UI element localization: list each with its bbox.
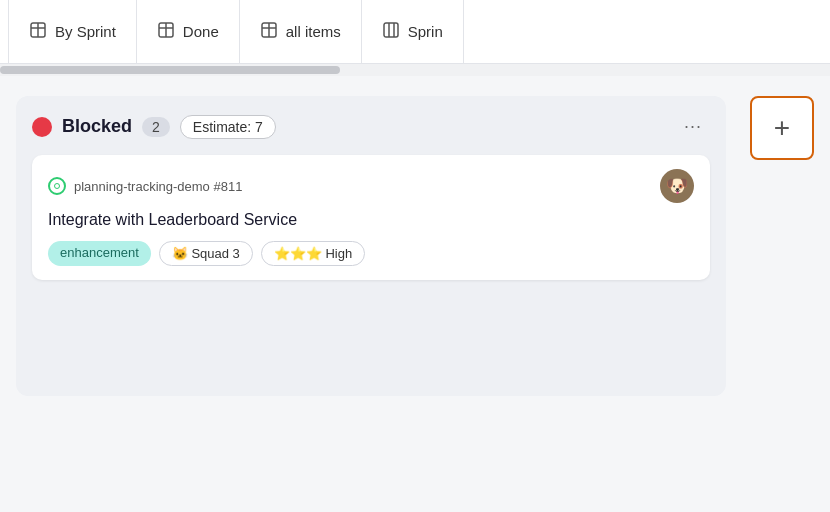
horizontal-scrollbar[interactable] xyxy=(0,64,830,76)
kanban-icon-sprint xyxy=(382,21,400,43)
table-icon-all-items xyxy=(260,21,278,43)
tag-enhancement[interactable]: enhancement xyxy=(48,241,151,266)
task-id: planning-tracking-demo #811 xyxy=(74,179,242,194)
tab-all-items[interactable]: all items xyxy=(240,0,362,63)
column-header: Blocked 2 Estimate: 7 ··· xyxy=(32,112,710,141)
column-title: Blocked xyxy=(62,116,132,137)
svg-rect-9 xyxy=(384,23,398,37)
task-assignee-avatar: 🐶 xyxy=(660,169,694,203)
task-status-inner xyxy=(54,183,60,189)
tab-sprint-label: Sprin xyxy=(408,23,443,40)
tab-sprint[interactable]: Sprin xyxy=(362,0,464,63)
main-content: Blocked 2 Estimate: 7 ··· planning-track… xyxy=(0,76,830,512)
tab-by-sprint-label: By Sprint xyxy=(55,23,116,40)
task-status-icon xyxy=(48,177,66,195)
tab-all-items-label: all items xyxy=(286,23,341,40)
tag-squad[interactable]: 🐱 Squad 3 xyxy=(159,241,253,266)
blocked-status-dot xyxy=(32,117,52,137)
column-more-button[interactable]: ··· xyxy=(676,112,710,141)
table-icon-by-sprint xyxy=(29,21,47,43)
tag-priority[interactable]: ⭐⭐⭐ High xyxy=(261,241,365,266)
tab-by-sprint[interactable]: By Sprint xyxy=(8,0,137,63)
column-estimate-badge: Estimate: 7 xyxy=(180,115,276,139)
add-card-button[interactable]: + xyxy=(750,96,814,160)
task-card[interactable]: planning-tracking-demo #811 🐶 Integrate … xyxy=(32,155,710,280)
column-count-badge: 2 xyxy=(142,117,170,137)
card-header-row: planning-tracking-demo #811 🐶 xyxy=(48,169,694,203)
table-icon-done xyxy=(157,21,175,43)
task-tags: enhancement 🐱 Squad 3 ⭐⭐⭐ High xyxy=(48,241,694,266)
kanban-column-blocked: Blocked 2 Estimate: 7 ··· planning-track… xyxy=(16,96,726,396)
scrollbar-thumb[interactable] xyxy=(0,66,340,74)
tab-bar: By Sprint Done all items xyxy=(0,0,830,64)
tab-done-label: Done xyxy=(183,23,219,40)
task-title: Integrate with Leaderboard Service xyxy=(48,211,694,229)
tab-done[interactable]: Done xyxy=(137,0,240,63)
card-id-row: planning-tracking-demo #811 xyxy=(48,177,242,195)
